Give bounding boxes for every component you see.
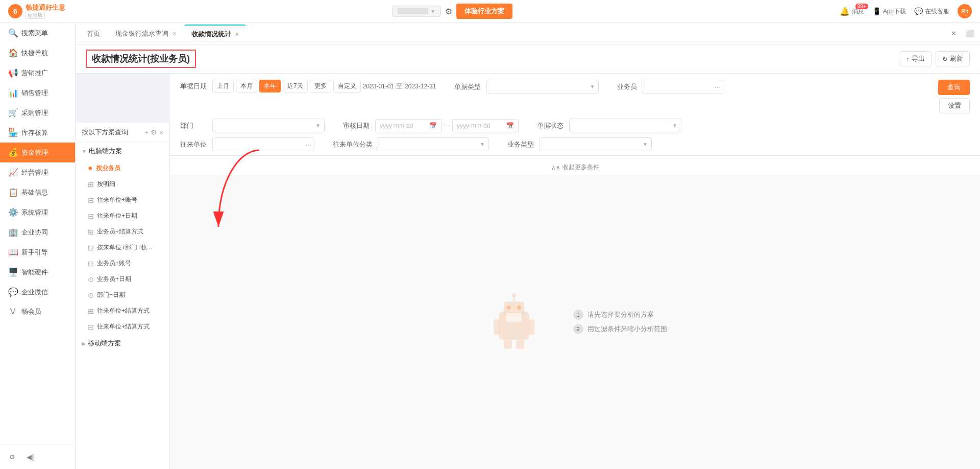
doc-status-wrapper: ▼ — [569, 119, 681, 132]
settings-btn[interactable]: 设置 — [939, 98, 970, 113]
page-header: 收款情况统计(按业务员) ↑ 导出 ↻ 刷新 — [76, 44, 980, 74]
scheme-item-salesperson-account[interactable]: ⊟ 业务员+账号 — [76, 255, 169, 271]
salesperson-input[interactable] — [642, 80, 723, 93]
close-window-btn[interactable]: ✕ — [947, 28, 960, 40]
empty-robot-illustration — [483, 291, 545, 353]
partner-category-select[interactable] — [377, 137, 489, 151]
salesperson-more-icon[interactable]: ··· — [715, 83, 721, 91]
trial-button[interactable]: 体验行业方案 — [456, 4, 512, 19]
scheme-collapse-btn[interactable]: « — [159, 128, 163, 136]
review-date-from[interactable]: yyyy-mm-dd 📅 — [375, 119, 442, 132]
tab-collection-stats-close[interactable]: × — [235, 31, 239, 38]
scheme-item-partner-date[interactable]: ⊟ 往来单位+日期 — [76, 208, 169, 224]
date-label: 单据日期 — [180, 82, 208, 91]
doc-type-label: 单据类型 — [454, 82, 482, 91]
scheme-item-detail[interactable]: ⊞ 按明细 — [76, 176, 169, 192]
scheme-item-partner-settlement2[interactable]: ⊟ 往来单位+结算方式 — [76, 319, 169, 335]
partner-category-label: 往来单位分类 — [333, 140, 373, 149]
dept-select[interactable] — [212, 119, 325, 132]
sidebar-item-sales[interactable]: 📊 销售管理 — [0, 83, 75, 103]
scheme-add-btn[interactable]: + — [144, 128, 149, 136]
doc-status-select[interactable] — [569, 119, 681, 132]
sidebar-item-basic[interactable]: 📋 基础信息 — [0, 182, 75, 202]
tab-bank-flow[interactable]: 现金银行流水查询 × — [108, 25, 183, 42]
scheme-settings-btn[interactable]: ⚙ — [151, 128, 157, 136]
page-content: 收款情况统计(按业务员) ↑ 导出 ↻ 刷新 按以下方案查询 — [76, 44, 980, 469]
business-type-select[interactable] — [540, 137, 652, 151]
empty-step-1: 1 请先选择要分析的方案 — [573, 310, 667, 320]
scheme-item-partner-dept[interactable]: ⊟ 按来单位+部门+收... — [76, 240, 169, 255]
scheme-item-dept-date[interactable]: ⊙ 部门+日期 — [76, 287, 169, 303]
sidebar-item-guide[interactable]: 📖 新手引导 — [0, 242, 75, 262]
date-7days-btn[interactable]: 近7天 — [283, 80, 308, 92]
wechat-icon: 💬 — [8, 287, 17, 297]
filter-actions: 查询 设置 — [938, 80, 970, 113]
sidebar-item-finance[interactable]: 💰 资金管理 — [0, 143, 75, 162]
date-this-year-btn[interactable]: 本年 — [259, 80, 281, 92]
scheme-group-desktop-header[interactable]: ▼ 电脑端方案 — [76, 143, 169, 160]
date-custom-btn[interactable]: 自定义 — [333, 80, 361, 92]
page-actions: ↑ 导出 ↻ 刷新 — [900, 51, 970, 66]
scheme-item-salesperson[interactable]: ● 按业务员 — [76, 160, 169, 176]
sidebar-settings-btn[interactable]: ⚙ — [5, 450, 19, 464]
sidebar-guide-label: 新手引导 — [21, 248, 48, 257]
sidebar-item-search[interactable]: 🔍 搜索菜单 — [0, 23, 75, 43]
partner-input[interactable] — [212, 137, 314, 151]
salesperson-label: 业务员 — [617, 82, 638, 91]
sidebar-item-purchase[interactable]: 🛒 采购管理 — [0, 103, 75, 123]
date-this-month-btn[interactable]: 本月 — [236, 80, 257, 92]
settings-icon[interactable]: ⚙ — [445, 7, 452, 16]
inventory-icon: 🏪 — [8, 128, 17, 137]
header-left: 6 畅捷通好生意 标准版 — [8, 4, 65, 19]
notifications-btn[interactable]: 🔔 消息 99+ — [840, 7, 864, 16]
app-download-btn[interactable]: 📱 App下载 — [872, 7, 906, 16]
doc-type-select[interactable] — [486, 80, 599, 93]
sidebar-item-marketing[interactable]: 📢 营销推广 — [0, 63, 75, 83]
sidebar-item-inventory[interactable]: 🏪 库存核算 — [0, 123, 75, 143]
scheme-item-detail-label: 按明细 — [97, 180, 115, 189]
sidebar-item-system[interactable]: ⚙️ 系统管理 — [0, 202, 75, 222]
review-date-to-placeholder: yyyy-mm-dd — [457, 122, 490, 129]
sidebar-item-operations[interactable]: 📈 经营管理 — [0, 162, 75, 182]
scheme-panel: 按以下方案查询 + ⚙ « ▼ 电脑端方案 ● 按业务员 — [76, 123, 170, 469]
scheme-group-desktop: ▼ 电脑端方案 ● 按业务员 ⊞ 按明细 ⊟ 往来单位+账号 — [76, 143, 169, 335]
user-avatar[interactable]: Rit — [958, 4, 972, 18]
partner-more-icon[interactable]: ··· — [305, 140, 311, 149]
doc-type-wrapper: ▼ — [486, 80, 599, 93]
salesperson-date-icon: ⊙ — [88, 275, 94, 284]
sidebar-item-quicknav[interactable]: 🏠 快捷导航 — [0, 43, 75, 63]
tab-collection-stats[interactable]: 收款情况统计 × — [184, 25, 246, 43]
query-btn[interactable]: 查询 — [938, 80, 970, 95]
collapse-chevron-icon: ∧∧ — [551, 164, 560, 171]
svg-rect-5 — [494, 319, 500, 335]
sidebar-item-vip[interactable]: V 畅会员 — [0, 302, 75, 321]
business-type-wrapper: ▼ — [540, 137, 652, 151]
tab-bank-flow-close[interactable]: × — [173, 30, 176, 37]
review-date-label: 审核日期 — [343, 121, 371, 130]
refresh-btn[interactable]: ↻ 刷新 — [936, 51, 970, 66]
scheme-item-salesperson-date[interactable]: ⊙ 业务员+日期 — [76, 271, 169, 287]
scheme-item-partner-settlement1[interactable]: ⊞ 往来单位+结算方式 — [76, 303, 169, 319]
collapse-conditions-btn[interactable]: ∧∧ 收起更多条件 — [551, 163, 599, 172]
tab-home[interactable]: 首页 — [80, 25, 107, 42]
online-service-btn[interactable]: 💬 在线客服 — [914, 7, 949, 16]
main-area: 首页 现金银行流水查询 × 收款情况统计 × ✕ ⬜ 收款情况统计(按业务员) … — [76, 23, 980, 469]
sidebar-collapse-btn[interactable]: ◀‖ — [23, 450, 38, 464]
scheme-item-salesperson-date-label: 业务员+日期 — [97, 275, 131, 284]
sidebar-item-wechat[interactable]: 💬 企业微信 — [0, 282, 75, 302]
scheme-item-partner-account[interactable]: ⊟ 往来单位+账号 — [76, 192, 169, 208]
date-more-btn[interactable]: 更多 — [310, 80, 331, 92]
workspace-selector[interactable]: ▼ — [392, 6, 441, 17]
scheme-item-salesperson-settlement-label: 业务员+结算方式 — [97, 227, 143, 236]
svg-rect-8 — [516, 340, 524, 349]
review-date-to[interactable]: yyyy-mm-dd 📅 — [452, 119, 519, 132]
date-last-month-btn[interactable]: 上月 — [212, 80, 234, 92]
scheme-item-salesperson-settlement[interactable]: ⊞ 业务员+结算方式 — [76, 224, 169, 240]
enterprise-icon: 🏢 — [8, 227, 17, 237]
maximize-window-btn[interactable]: ⬜ — [964, 28, 976, 40]
export-btn[interactable]: ↑ 导出 — [900, 51, 932, 66]
sidebar-item-hardware[interactable]: 🖥️ 智能硬件 — [0, 262, 75, 282]
sidebar-item-enterprise[interactable]: 🏢 企业协同 — [0, 222, 75, 242]
scheme-group-mobile-header[interactable]: ▶ 移动端方案 — [76, 335, 169, 352]
partner-date-icon: ⊟ — [88, 212, 94, 220]
